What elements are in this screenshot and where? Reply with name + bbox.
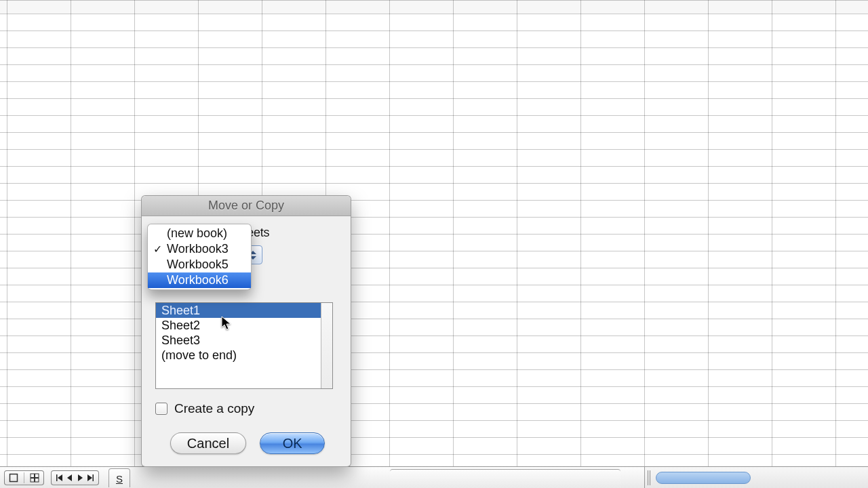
to-book-select[interactable]: (new book) ✓ Workbook3 Workbook5 Workboo… <box>155 245 340 266</box>
create-copy-label: Create a copy <box>174 401 254 416</box>
to-book-option-workbook3[interactable]: ✓ Workbook3 <box>148 241 251 257</box>
to-book-option-workbook6[interactable]: Workbook6 <box>148 272 251 288</box>
svg-rect-10 <box>93 474 94 481</box>
svg-rect-0 <box>10 474 18 481</box>
svg-marker-8 <box>78 474 83 481</box>
svg-rect-4 <box>35 478 39 482</box>
to-book-dropdown: (new book) ✓ Workbook3 Workbook5 Workboo… <box>147 224 252 290</box>
option-label: Workbook6 <box>167 273 229 287</box>
item-label: Sheet3 <box>161 333 200 348</box>
view-mode-group <box>4 470 44 485</box>
button-label: OK <box>283 436 302 451</box>
view-page-layout-icon[interactable] <box>30 473 39 483</box>
pager-prev-icon[interactable] <box>66 474 74 482</box>
svg-rect-5 <box>56 474 58 481</box>
button-label: Cancel <box>187 436 229 451</box>
horizontal-scrollbar[interactable] <box>644 466 868 488</box>
svg-rect-3 <box>31 478 35 482</box>
before-sheet-item[interactable]: Sheet1 <box>156 303 332 318</box>
option-label: Workbook3 <box>167 242 229 256</box>
item-label: (move to end) <box>161 348 237 363</box>
dialog-titlebar[interactable]: Move or Copy <box>142 196 351 216</box>
before-sheet-item[interactable]: Sheet2 <box>156 318 332 333</box>
scrollbar-thumb[interactable] <box>656 472 751 484</box>
splitter-grip-icon[interactable] <box>648 470 652 485</box>
svg-rect-2 <box>35 474 39 478</box>
option-label: Workbook5 <box>167 258 229 272</box>
before-sheet-item[interactable]: Sheet3 <box>156 333 332 348</box>
pager-next-icon[interactable] <box>76 474 84 482</box>
sheet-tab-label: S <box>116 473 123 485</box>
sheet-tab-active[interactable]: S <box>108 468 130 487</box>
svg-marker-7 <box>67 474 72 481</box>
svg-marker-6 <box>58 474 62 481</box>
create-copy-checkbox[interactable] <box>155 403 167 415</box>
dialog-button-row: Cancel OK <box>155 432 340 454</box>
item-label: Sheet1 <box>161 304 200 318</box>
dialog-title: Move or Copy <box>208 199 284 213</box>
option-label: (new book) <box>167 226 227 241</box>
move-or-copy-dialog: Move or Copy Move selected sheets (new b… <box>141 195 351 467</box>
to-book-option-new-book[interactable]: (new book) <box>148 226 251 241</box>
ok-button[interactable]: OK <box>260 432 325 454</box>
svg-marker-9 <box>87 474 92 481</box>
sheet-tabs-remainder <box>390 469 620 488</box>
item-label: Sheet2 <box>161 319 200 333</box>
before-sheet-item[interactable]: (move to end) <box>156 348 332 363</box>
sheet-pager <box>51 470 99 485</box>
pager-last-icon[interactable] <box>86 474 94 482</box>
pager-first-icon[interactable] <box>56 474 64 482</box>
to-book-option-workbook5[interactable]: Workbook5 <box>148 257 251 272</box>
create-copy-row: Create a copy <box>155 401 340 416</box>
check-icon: ✓ <box>153 243 162 256</box>
cancel-button[interactable]: Cancel <box>170 432 246 454</box>
before-sheet-listbox[interactable]: Sheet1 Sheet2 Sheet3 (move to end) <box>155 302 333 389</box>
listbox-scrollbar[interactable] <box>321 303 332 388</box>
svg-rect-1 <box>31 474 35 478</box>
view-normal-icon[interactable] <box>9 473 18 483</box>
divider <box>24 472 24 483</box>
spreadsheet-grid <box>0 0 868 488</box>
